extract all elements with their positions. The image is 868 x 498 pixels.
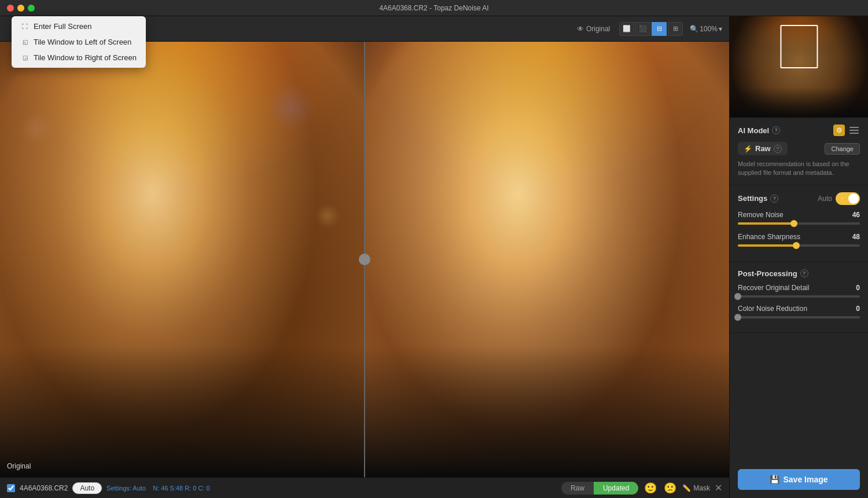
status-bar: 4A6A0368.CR2 Auto Settings: Auto N: 46 S… bbox=[0, 477, 729, 498]
auto-toggle[interactable] bbox=[836, 192, 860, 205]
settings-header: Settings ? Auto bbox=[738, 192, 860, 205]
enhance-sharpness-value: 48 bbox=[852, 233, 860, 241]
titlebar: 4A6A0368.CR2 - Topaz DeNoise AI bbox=[0, 0, 868, 16]
split-v-icon: ⬛ bbox=[639, 25, 647, 32]
ai-model-help-icon[interactable]: ? bbox=[772, 126, 780, 134]
post-processing-help-icon[interactable]: ? bbox=[800, 269, 808, 277]
enhance-sharpness-label: Enhance Sharpness bbox=[738, 233, 800, 241]
recover-detail-slider-row: Recover Original Detail 0 bbox=[738, 284, 860, 298]
main-container: 👁 Original ⬜ ⬛ ⊟ ⊞ 🔍 100% bbox=[0, 16, 868, 498]
color-noise-value: 0 bbox=[856, 305, 860, 313]
status-right: Raw Updated 🙂 🙁 ✏️ Mask ✕ bbox=[561, 482, 722, 495]
enhance-sharpness-thumb[interactable] bbox=[793, 242, 800, 249]
ai-model-section: AI Model ? ⚙ ⚡ Raw ? C bbox=[730, 118, 868, 185]
view-compare-button[interactable]: ⊞ bbox=[668, 22, 683, 36]
settings-title: Settings ? bbox=[738, 194, 778, 203]
maximize-traffic-light[interactable] bbox=[28, 5, 35, 12]
view-split-v-button[interactable]: ⬛ bbox=[635, 22, 650, 36]
thumbs-up-button[interactable]: 🙂 bbox=[643, 482, 658, 495]
model-name: Raw bbox=[755, 144, 771, 153]
eye-icon: 👁 bbox=[577, 25, 584, 33]
clothing-overlay bbox=[0, 346, 364, 477]
enhanced-image-panel bbox=[365, 42, 729, 477]
minimize-traffic-light[interactable] bbox=[17, 5, 24, 12]
ai-model-title: AI Model ? bbox=[738, 126, 780, 135]
color-noise-slider-row: Color Noise Reduction 0 bbox=[738, 305, 860, 318]
thumbnail-area bbox=[730, 16, 868, 118]
recover-detail-value: 0 bbox=[856, 284, 860, 292]
context-menu-tile-left[interactable]: ◱ Tile Window to Left of Screen bbox=[12, 34, 146, 50]
remove-noise-value: 46 bbox=[852, 211, 860, 219]
image-area: 👁 Original ⬜ ⬛ ⊟ ⊞ 🔍 100% bbox=[0, 16, 729, 498]
remove-noise-slider-row: Remove Noise 46 bbox=[738, 211, 860, 225]
recover-detail-track bbox=[738, 295, 860, 298]
original-label: Original bbox=[7, 462, 31, 470]
image-divider[interactable] bbox=[364, 42, 365, 477]
close-file-button[interactable]: ✕ bbox=[715, 482, 722, 493]
enhance-sharpness-slider-row: Enhance Sharpness 48 bbox=[738, 233, 860, 247]
preset-icon[interactable]: ⚙ bbox=[833, 124, 845, 136]
settings-help-icon[interactable]: ? bbox=[770, 195, 778, 203]
save-image-button[interactable]: 💾 Save Image bbox=[738, 469, 860, 490]
model-badge: ⚡ Raw ? bbox=[738, 142, 788, 155]
color-noise-thumb[interactable] bbox=[734, 314, 741, 321]
model-help-icon[interactable]: ? bbox=[774, 145, 782, 153]
context-menu: ⛶ Enter Full Screen ◱ Tile Window to Lef… bbox=[12, 16, 146, 68]
ai-model-header: AI Model ? ⚙ bbox=[738, 124, 860, 136]
enhanced-image bbox=[365, 42, 729, 477]
raw-comp-button[interactable]: Raw bbox=[561, 482, 594, 495]
context-menu-tile-right[interactable]: ◲ Tile Window to Right of Screen bbox=[12, 50, 146, 65]
save-icon: 💾 bbox=[770, 475, 779, 484]
list-icon[interactable] bbox=[848, 124, 860, 136]
change-model-button[interactable]: Change bbox=[825, 143, 860, 155]
ai-model-actions: ⚙ bbox=[833, 124, 860, 136]
comparison-buttons: Raw Updated bbox=[561, 482, 638, 495]
traffic-lights bbox=[0, 5, 35, 12]
post-processing-section: Post-Processing ? Recover Original Detai… bbox=[730, 262, 868, 333]
status-settings: Settings: Auto N: 46 S:48 R: 0 C: 0 bbox=[106, 485, 210, 492]
auto-button[interactable]: Auto bbox=[72, 482, 102, 494]
fullscreen-icon: ⛶ bbox=[21, 23, 29, 31]
remove-noise-track bbox=[738, 222, 860, 225]
model-description: Model recommendation is based on the sup… bbox=[738, 160, 860, 178]
recover-detail-label: Recover Original Detail bbox=[738, 284, 809, 292]
file-checkbox[interactable] bbox=[7, 484, 15, 492]
mask-button[interactable]: ✏️ Mask bbox=[682, 484, 710, 492]
original-toggle-button[interactable]: 👁 Original bbox=[572, 23, 615, 35]
remove-noise-thumb[interactable] bbox=[790, 220, 797, 227]
recover-detail-thumb[interactable] bbox=[734, 293, 741, 300]
enhanced-clothing-overlay bbox=[365, 346, 729, 477]
settings-section: Settings ? Auto Remove Noise 46 bbox=[730, 185, 868, 262]
single-view-icon: ⬜ bbox=[623, 25, 631, 32]
remove-noise-label: Remove Noise bbox=[738, 211, 784, 219]
original-image-panel: Original bbox=[0, 42, 364, 477]
zoom-chevron-icon: ▾ bbox=[719, 25, 722, 33]
context-menu-fullscreen[interactable]: ⛶ Enter Full Screen bbox=[12, 19, 146, 34]
view-split-h-button[interactable]: ⊟ bbox=[652, 22, 667, 36]
tile-right-icon: ◲ bbox=[21, 54, 29, 62]
remove-noise-fill bbox=[738, 222, 794, 225]
settings-auto-row: Auto bbox=[818, 192, 860, 205]
enhanced-hair-overlay bbox=[365, 42, 729, 303]
mask-icon: ✏️ bbox=[682, 484, 691, 492]
thumb-clothing bbox=[730, 87, 868, 118]
status-filename: 4A6A0368.CR2 bbox=[20, 484, 68, 492]
enhance-sharpness-fill bbox=[738, 244, 796, 247]
enhance-sharpness-track bbox=[738, 244, 860, 247]
panel-spacer bbox=[730, 333, 868, 461]
bolt-icon: ⚡ bbox=[744, 145, 752, 153]
zoom-icon: 🔍 bbox=[690, 25, 698, 33]
split-h-icon: ⊟ bbox=[657, 25, 662, 32]
auto-label: Auto bbox=[818, 195, 832, 203]
close-traffic-light[interactable] bbox=[7, 5, 14, 12]
toggle-knob bbox=[848, 193, 859, 204]
window-title: 4A6A0368.CR2 - Topaz DeNoise AI bbox=[379, 4, 488, 12]
compare-icon: ⊞ bbox=[673, 25, 678, 32]
view-single-button[interactable]: ⬜ bbox=[619, 22, 634, 36]
original-image bbox=[0, 42, 364, 477]
tile-left-icon: ◱ bbox=[21, 38, 29, 46]
post-processing-title: Post-Processing ? bbox=[738, 269, 808, 278]
updated-comp-button[interactable]: Updated bbox=[594, 482, 638, 495]
hair-overlay bbox=[0, 42, 364, 303]
thumbs-down-button[interactable]: 🙁 bbox=[663, 482, 678, 495]
